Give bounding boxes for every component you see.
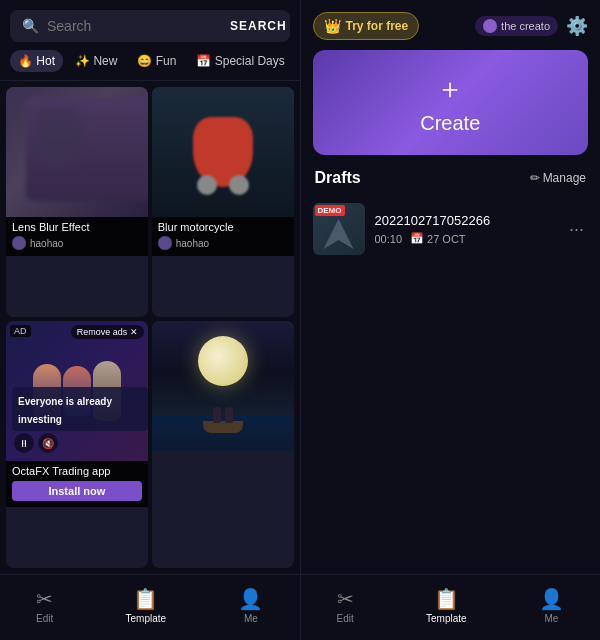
video-thumb-moon	[152, 321, 294, 451]
nav-template-left[interactable]: 📋 Template	[110, 583, 183, 628]
nav-template-label-left: Template	[126, 613, 167, 624]
search-input[interactable]	[47, 18, 222, 34]
manage-label: Manage	[543, 171, 586, 185]
draft-more-button[interactable]: ···	[565, 215, 588, 244]
tab-new-label: New	[93, 54, 117, 68]
draft-date-text: 27 OCT	[427, 233, 466, 245]
boat-people	[213, 407, 233, 423]
draft-meta: 00:10 📅 27 OCT	[375, 232, 555, 245]
blur-face-overlay	[26, 97, 148, 201]
video-thumb-moto	[152, 87, 294, 217]
content-grid: Lens Blur Effect haohao Blur motorcycle …	[0, 81, 300, 574]
nav-edit-label-left: Edit	[36, 613, 53, 624]
right-header-right: the creato ⚙️	[475, 15, 588, 37]
tab-new-icon: ✨	[75, 54, 90, 68]
search-icon: 🔍	[22, 18, 39, 34]
ad-thumbnail: Everyone is already investing ⏸ 🔇	[6, 321, 148, 461]
moto-shape	[193, 117, 253, 187]
video-title-lens: Lens Blur Effect	[12, 221, 142, 233]
ad-copy: Everyone is already investing	[18, 396, 112, 425]
lens-blur-thumbnail	[6, 87, 148, 217]
mute-button[interactable]: 🔇	[38, 433, 58, 453]
bird-silhouette	[324, 219, 354, 249]
create-plus-icon: ＋	[436, 70, 464, 108]
draft-item[interactable]: DEMO 2022102717052266 00:10 📅 27 OCT ···	[301, 197, 601, 261]
video-author-lens: haohao	[12, 236, 142, 250]
nav-edit-label-right: Edit	[337, 613, 354, 624]
author-name-moto: haohao	[176, 238, 209, 249]
video-card-moto[interactable]: Blur motorcycle haohao	[152, 87, 294, 317]
crown-icon: 👑	[324, 18, 341, 34]
demo-badge: DEMO	[315, 205, 345, 216]
tab-fun-label: Fun	[156, 54, 177, 68]
edit-icon-right: ✂	[337, 587, 354, 611]
install-button[interactable]: Install now	[12, 481, 142, 501]
nav-template-right[interactable]: 📋 Template	[410, 583, 483, 628]
try-free-button[interactable]: 👑 Try for free	[313, 12, 420, 40]
ad-badge: AD	[10, 325, 31, 337]
user-text: the creato	[501, 20, 550, 32]
ad-overlay-text: Everyone is already investing	[12, 387, 148, 431]
tab-fun[interactable]: 😄 Fun	[129, 50, 184, 72]
moon-thumbnail	[152, 321, 294, 451]
moon-shape	[198, 336, 248, 386]
template-icon-right: 📋	[434, 587, 459, 611]
tab-special[interactable]: 📅 Special Days	[188, 50, 292, 72]
video-thumb-lens-blur	[6, 87, 148, 217]
user-badge: the creato	[475, 16, 558, 36]
right-panel: 👑 Try for free the creato ⚙️ ＋ Create Dr…	[301, 0, 601, 640]
pause-icon: ⏸	[19, 438, 29, 449]
try-free-label: Try for free	[346, 19, 409, 33]
video-title-moto: Blur motorcycle	[158, 221, 288, 233]
tab-special-icon: 📅	[196, 54, 211, 68]
nav-me-left[interactable]: 👤 Me	[222, 583, 279, 628]
edit-icon-left: ✂	[36, 587, 53, 611]
tab-new[interactable]: ✨ New	[67, 50, 125, 72]
tab-fun-icon: 😄	[137, 54, 152, 68]
draft-duration: 00:10	[375, 233, 403, 245]
video-info-lens: Lens Blur Effect haohao	[6, 217, 148, 256]
video-card-moon[interactable]	[152, 321, 294, 568]
ad-card[interactable]: AD Remove ads ✕ Everyone is already inve…	[6, 321, 148, 568]
settings-icon[interactable]: ⚙️	[566, 15, 588, 37]
draft-info: 2022102717052266 00:10 📅 27 OCT	[375, 213, 555, 245]
tabs-bar: 🔥 Hot ✨ New 😄 Fun 📅 Special Days	[0, 50, 300, 81]
ad-app-name: OctaFX Trading app	[12, 465, 142, 477]
ad-content-info: OctaFX Trading app Install now	[6, 461, 148, 507]
tab-special-label: Special Days	[215, 54, 285, 68]
nav-me-label-right: Me	[544, 613, 558, 624]
drafts-header: Drafts ✏ Manage	[301, 169, 601, 197]
remove-ads-button[interactable]: Remove ads ✕	[71, 325, 144, 339]
boat-person-1	[213, 407, 221, 423]
nav-me-right[interactable]: 👤 Me	[523, 583, 580, 628]
user-avatar-dot	[483, 19, 497, 33]
me-icon-right: 👤	[539, 587, 564, 611]
moto-thumbnail	[152, 87, 294, 217]
nav-edit-right[interactable]: ✂ Edit	[321, 583, 370, 628]
me-icon-left: 👤	[238, 587, 263, 611]
author-name-lens: haohao	[30, 238, 63, 249]
nav-edit-left[interactable]: ✂ Edit	[20, 583, 69, 628]
calendar-icon: 📅	[410, 232, 424, 245]
tab-hot[interactable]: 🔥 Hot	[10, 50, 63, 72]
boat-person-2	[225, 407, 233, 423]
right-spacer	[301, 261, 601, 574]
play-pause-button[interactable]: ⏸	[14, 433, 34, 453]
right-header: 👑 Try for free the creato ⚙️	[301, 0, 601, 50]
drafts-title: Drafts	[315, 169, 361, 187]
draft-thumbnail: DEMO	[313, 203, 365, 255]
left-panel: 🔍 SEARCH 🔥 Hot ✨ New 😄 Fun 📅 Special Day…	[0, 0, 300, 640]
author-avatar-moto	[158, 236, 172, 250]
video-info-moto: Blur motorcycle haohao	[152, 217, 294, 256]
draft-date: 📅 27 OCT	[410, 232, 466, 245]
manage-button[interactable]: ✏ Manage	[530, 171, 586, 185]
create-button[interactable]: ＋ Create	[313, 50, 589, 155]
video-card-lens-blur[interactable]: Lens Blur Effect haohao	[6, 87, 148, 317]
search-button[interactable]: SEARCH	[230, 19, 287, 33]
tab-hot-label: Hot	[36, 54, 55, 68]
bottom-nav-left: ✂ Edit 📋 Template 👤 Me	[0, 574, 300, 640]
nav-template-label-right: Template	[426, 613, 467, 624]
edit-pencil-icon: ✏	[530, 171, 540, 185]
nav-me-label-left: Me	[244, 613, 258, 624]
draft-filename: 2022102717052266	[375, 213, 555, 228]
